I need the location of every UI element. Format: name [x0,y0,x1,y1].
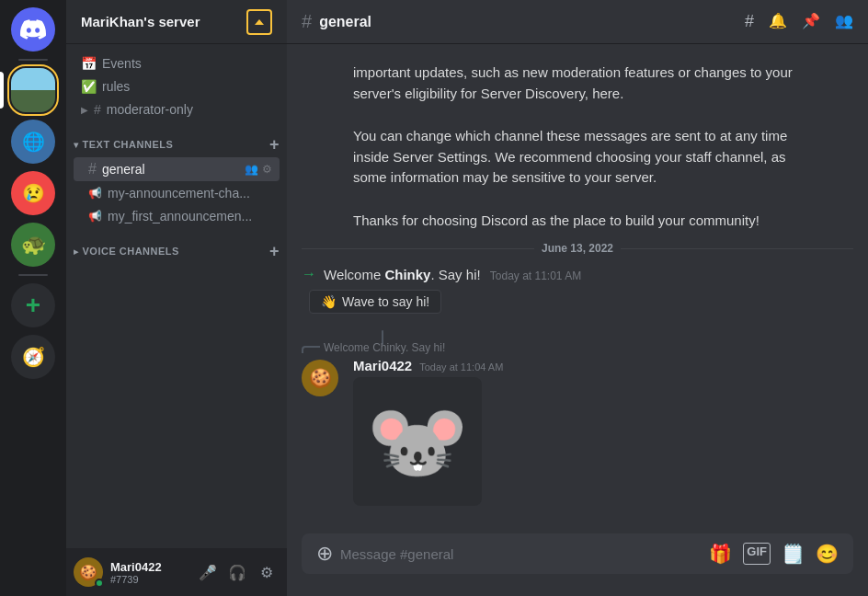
welcome-arrow-icon: → [302,266,316,282]
channel-list: 📅 Events ✅ rules ▶ # moderator-only ▾ TE… [66,44,287,548]
moderator-channel-label: moderator-only [107,102,272,117]
channel-item-general[interactable]: # general 👥 ⚙ [74,157,280,181]
calendar-icon: 📅 [81,56,97,71]
gift-icon[interactable]: 🎁 [709,543,732,565]
wave-button[interactable]: 👋 Wave to say hi! [309,290,441,314]
channel-header-name: general [319,14,371,30]
members-toolbar-icon[interactable]: 👥 [835,12,853,31]
server-header[interactable]: MariKhan's server [66,0,287,44]
channel-sidebar: MariKhan's server 📅 Events ✅ rules ▶ # m… [66,0,287,596]
server-dropdown-button[interactable] [246,9,272,35]
events-channel-label: Events [102,56,272,71]
message-input-area: ⊕ 🎁 GIF 🗒️ 😊 [287,533,868,596]
megaphone-icon-2: 📢 [88,210,102,223]
voice-channels-label: VOICE CHANNELS [83,246,179,257]
voice-channels-header-left: ▸ VOICE CHANNELS [74,246,179,257]
rules-channel-label: rules [102,79,272,94]
message-input-wrapper: ⊕ 🎁 GIF 🗒️ 😊 [302,533,853,574]
server-item-emoji[interactable]: 😢 [11,171,55,215]
pin-toolbar-icon[interactable]: 📌 [802,12,820,31]
message-text-3: Thanks for choosing Discord as the place… [287,207,868,235]
add-voice-channel-button[interactable]: + [269,243,280,259]
server-list-divider [18,59,48,61]
chevron-down-icon: ▾ [74,140,79,150]
wave-button-label: Wave to say hi! [342,294,429,309]
message-timestamp: Today at 11:04 AM [419,361,503,372]
channel-item-events[interactable]: 📅 Events [74,52,280,74]
user-avatar: 🍪 [74,557,103,587]
sticker-image: 🐭 [353,377,482,506]
channel-item-announcement-1[interactable]: 📢 my-announcement-cha... [74,182,280,204]
message-input[interactable] [340,546,702,562]
discover-icon[interactable]: 🧭 [11,335,55,379]
hash-general-icon: # [88,161,97,178]
user-info-bar: 🍪 Mari0422 #7739 🎤 🎧 ⚙ [66,548,287,596]
message-text-2: You can change which channel these messa… [287,122,868,192]
system-welcome-message: → Welcome Chinky. Say hi! Today at 11:01… [287,262,868,286]
collapse-arrow-icon: ▶ [81,105,88,115]
invite-icon[interactable]: 👥 [245,163,258,176]
add-server-button[interactable]: + [11,283,55,327]
user-controls: 🎤 🎧 ⚙ [195,559,280,585]
server-list: 🌐 😢 🐢 + 🧭 [0,0,66,596]
message-header-mari0422: Mari0422 Today at 11:04 AM [353,358,853,373]
messages-area: important updates, such as new moderatio… [287,44,868,533]
turtle-server-icon[interactable]: 🐢 [11,223,55,267]
message-text-1: important updates, such as new moderatio… [287,59,868,108]
discord-home-icon[interactable] [11,7,55,52]
microphone-button[interactable]: 🎤 [195,559,221,585]
text-channels-section[interactable]: ▾ TEXT CHANNELS + [66,121,287,156]
channel-item-moderator[interactable]: ▶ # moderator-only [74,98,280,120]
emoji-server-icon[interactable]: 😢 [11,171,55,215]
mari0422-avatar: 🍪 [302,360,338,396]
wave-emoji: 👋 [321,294,337,309]
rules-icon: ✅ [81,79,97,94]
discover-button[interactable]: 🧭 [11,335,55,379]
user-name-label: Mari0422 [110,560,188,574]
server-item-blue[interactable]: 🌐 [11,120,55,164]
user-tag-label: #7739 [110,574,188,585]
settings-icon[interactable]: ⚙ [262,163,272,176]
headset-button[interactable]: 🎧 [224,559,250,585]
text-channels-header-left: ▾ TEXT CHANNELS [74,139,173,150]
bell-toolbar-icon[interactable]: 🔔 [769,12,787,31]
voice-channels-section[interactable]: ▸ VOICE CHANNELS + [66,228,287,263]
channel-hash-icon: # [302,11,312,32]
message-content-mari0422: Mari0422 Today at 11:04 AM 🐭 [353,358,853,506]
message-input-icons: 🎁 GIF 🗒️ 😊 [709,543,839,565]
add-attachment-button[interactable]: ⊕ [316,542,333,566]
user-details: Mari0422 #7739 [110,560,188,585]
user-settings-button[interactable]: ⚙ [254,559,280,585]
active-indicator [0,72,4,109]
arrow-up-icon [255,19,264,25]
stickers-icon[interactable]: 🗒️ [782,543,805,565]
date-divider: June 13, 2022 [287,235,868,262]
channel-item-announcement-2[interactable]: 📢 my_first_announcemen... [74,205,280,227]
message-group-main: 🍪 Mari0422 Today at 11:04 AM 🐭 [287,354,868,510]
blue-server-icon[interactable]: 🌐 [11,120,55,164]
server-name: MariKhan's server [81,14,246,29]
date-divider-text: June 13, 2022 [542,242,613,255]
server-item-landscape[interactable] [11,68,55,112]
channel-header: # general # 🔔 📌 👥 [287,0,868,44]
sticker-emoji: 🐭 [366,400,469,483]
gif-icon[interactable]: GIF [743,543,771,565]
general-channel-label: general [102,162,239,177]
server-item-discord-home[interactable] [11,7,55,52]
server-item-turtle[interactable]: 🐢 [11,223,55,267]
server-list-divider-2 [18,274,48,276]
channel-item-rules[interactable]: ✅ rules [74,75,280,97]
reply-text: Welcome Chinky. Say hi! [324,341,445,354]
mari0422-avatar-emoji: 🍪 [309,367,332,389]
user-avatar-emoji: 🍪 [79,564,97,581]
hashtag-toolbar-icon[interactable]: # [745,12,754,31]
megaphone-icon-1: 📢 [88,187,102,200]
add-server-icon[interactable]: + [11,283,55,327]
emoji-icon[interactable]: 😊 [816,543,839,565]
main-content: # general # 🔔 📌 👥 important updates, suc… [287,0,868,596]
message-author-name: Mari0422 [353,358,412,373]
add-text-channel-button[interactable]: + [269,136,280,153]
landscape-server-icon[interactable] [11,68,55,112]
welcome-username: Chinky [384,267,430,282]
header-toolbar: # 🔔 📌 👥 [745,12,853,31]
